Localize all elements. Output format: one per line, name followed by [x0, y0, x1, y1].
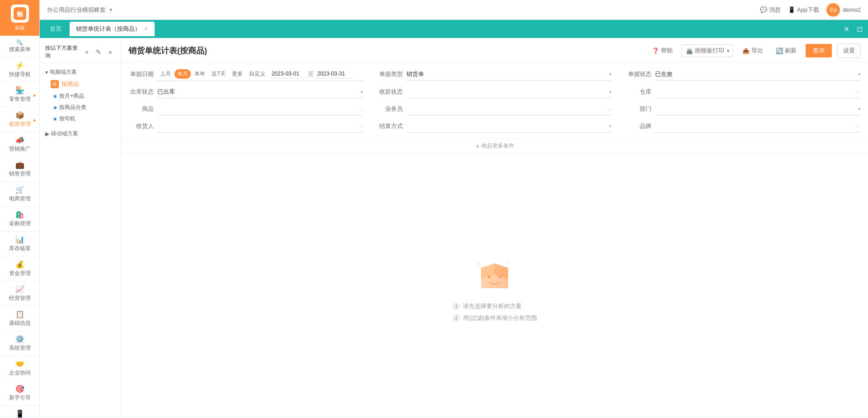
doc-type-field[interactable]: 销货单 ▾	[406, 68, 612, 81]
query-button[interactable]: 查询	[806, 44, 832, 57]
edit-scheme-button[interactable]: ✎	[94, 47, 104, 57]
tab-close-button[interactable]: ×	[143, 25, 148, 33]
out-status-label: 出库状态	[128, 88, 154, 96]
date-more-button[interactable]: 更多	[229, 69, 245, 79]
sidebar-item-wholesale[interactable]: 📦 批发管理 ▲	[0, 107, 39, 132]
sidebar-item-search[interactable]: 🔍 搜索菜单	[0, 36, 39, 57]
empty-state: ✦ ✦ ✦ 1 请先选择要分析的方案 2 用[过滤]条件来缩小分析范围	[121, 154, 868, 418]
tab-report-label: 销货单统计表（按商品）	[76, 25, 141, 33]
ecommerce-icon: 🛒	[15, 185, 24, 194]
collapse-panel-button[interactable]: «	[105, 47, 115, 57]
collapse-bar[interactable]: ∧ 收起更多条件	[121, 138, 868, 154]
avatar-text: Ea	[830, 7, 837, 13]
add-scheme-button[interactable]: +	[82, 47, 92, 57]
date-to-input[interactable]	[316, 70, 352, 78]
date-this-month-button[interactable]: 本月	[175, 69, 191, 79]
by-month-icon: ■	[53, 93, 57, 100]
sidebar-item-operations[interactable]: 📈 经营管理	[0, 281, 39, 306]
help-label: 帮助	[661, 47, 673, 55]
date-quick-buttons: 上月 本月 本年 近7天 更多 自定义	[157, 69, 268, 79]
sidebar-item-appcenter[interactable]: 📱 应用中心	[0, 406, 39, 418]
field-date: 单据日期 上月 本月 本年 近7天 更多 自定义 至	[128, 67, 363, 81]
industry-dropdown-icon[interactable]: ▾	[109, 6, 113, 13]
mobile-group-title[interactable]: ▶ 移动端方案	[40, 128, 121, 139]
tab-home[interactable]: 首页	[43, 22, 68, 36]
newbie-icon: 🎯	[15, 385, 24, 393]
date-this-year-button[interactable]: 本年	[192, 69, 208, 79]
sidebar-item-basic[interactable]: 📋 基础信息	[0, 306, 39, 331]
tab-report[interactable]: 销货单统计表（按商品） ×	[70, 22, 155, 36]
doc-status-field[interactable]: 已生效 ▾	[655, 68, 861, 81]
date-last-7days-button[interactable]: 近7天	[209, 69, 228, 79]
sidebar-item-newbie[interactable]: 🎯 新手引导	[0, 381, 39, 406]
payment-status-field[interactable]: ▾	[406, 86, 612, 98]
template-print-button[interactable]: 🖨️ 按模板打印 ▾	[682, 44, 733, 57]
date-last-month-button[interactable]: 上月	[157, 69, 174, 79]
sidebar-item-purchase[interactable]: 🛍️ 采购管理	[0, 207, 39, 232]
filter-item-by-printer[interactable]: ■ 按司机	[40, 113, 121, 124]
empty-step-2-text: 用[过滤]条件来缩小分析范围	[463, 314, 537, 322]
sidebar-ecommerce-label: 电商管理	[9, 195, 31, 203]
retail-icon: 🏪	[15, 86, 24, 95]
out-status-value: 已出库	[157, 88, 175, 96]
expand-dot-wholesale-icon: ▲	[32, 117, 37, 122]
sidebar-item-sales[interactable]: 💼 销售管理	[0, 157, 39, 182]
sidebar-item-enterprise[interactable]: 🤝 企业协同	[0, 356, 39, 381]
main-area: 办公用品行业模拟账套 ▾ 💬 消息 📱 App下载 Ea demo2 首页	[40, 0, 868, 418]
filter-item-by-month-product[interactable]: ■ 按月+商品	[40, 90, 121, 102]
export-button[interactable]: 📤 导出	[739, 45, 767, 57]
app-subtitle: 标版	[15, 24, 25, 31]
salesperson-field[interactable]: ···	[406, 103, 612, 115]
date-from-input[interactable]	[270, 70, 306, 78]
warehouse-field[interactable]: ···	[655, 86, 861, 98]
filter-item-by-product[interactable]: 按 按商品	[40, 78, 121, 90]
tab-close-window-button[interactable]: ✕	[842, 23, 851, 35]
filter-form: 单据日期 上月 本月 本年 近7天 更多 自定义 至	[121, 62, 868, 138]
field-product: 商品 ···	[128, 103, 363, 115]
user-profile[interactable]: Ea demo2	[826, 3, 861, 17]
brand-field[interactable]: ···	[655, 120, 861, 133]
sidebar-item-ecommerce[interactable]: 🛒 电商管理	[0, 182, 39, 207]
sidebar-item-finance[interactable]: 💰 资金管理	[0, 256, 39, 281]
department-label: 部门	[626, 105, 651, 113]
sidebar-system-label: 系统管理	[9, 344, 31, 352]
brand-more-icon: ···	[856, 123, 861, 129]
field-doc-type: 单据类型 销货单 ▾	[377, 68, 612, 81]
sales-icon: 💼	[15, 161, 24, 169]
settlement-field[interactable]: ▾	[406, 120, 612, 133]
warehouse-label: 仓库	[626, 88, 651, 96]
sidebar-wholesale-label: 批发管理	[9, 120, 31, 128]
doc-status-label: 单据状态	[626, 70, 651, 78]
date-separator: 至	[308, 70, 314, 78]
sidebar-item-retail[interactable]: 🏪 零售管理 ▲	[0, 82, 39, 107]
tabbar-actions: ✕ ⊡	[842, 23, 864, 35]
filter-item-by-category-label: 按商品分类	[59, 104, 86, 111]
department-field[interactable]: ▾	[655, 103, 861, 115]
pc-group: ▾ 电脑端方案 按 按商品 ■ 按月+商品 ■ 按商品分类 ■ 按司	[40, 65, 121, 126]
tab-home-label: 首页	[50, 25, 61, 33]
out-status-field[interactable]: 已出库 ▾	[157, 86, 363, 98]
pc-group-title[interactable]: ▾ 电脑端方案	[40, 66, 121, 78]
sidebar-enterprise-label: 企业协同	[9, 369, 31, 377]
marketing-icon: 📣	[15, 136, 24, 144]
sidebar-item-inventory[interactable]: 📊 库存核算	[0, 232, 39, 256]
help-button[interactable]: ❓ 帮助	[648, 45, 676, 57]
product-field[interactable]: ···	[157, 103, 363, 115]
template-print-arrow-icon: ▾	[727, 48, 729, 53]
svg-point-3	[488, 276, 491, 278]
sidebar-operations-label: 经营管理	[9, 294, 31, 302]
message-button[interactable]: 💬 消息	[760, 6, 781, 14]
date-custom-button[interactable]: 自定义	[246, 69, 268, 79]
add-icon: +	[85, 48, 89, 56]
filter-item-by-category[interactable]: ■ 按商品分类	[40, 102, 121, 113]
sidebar-search-label: 搜索菜单	[9, 46, 31, 53]
sidebar-item-system[interactable]: ⚙️ 系统管理	[0, 331, 39, 356]
tab-maximize-button[interactable]: ⊡	[855, 23, 864, 35]
settings-button[interactable]: 设置	[837, 43, 861, 58]
app-download-button[interactable]: 📱 App下载	[788, 6, 819, 14]
field-doc-status: 单据状态 已生效 ▾	[626, 68, 861, 81]
consignee-field[interactable]: ···	[157, 120, 363, 133]
sidebar-item-marketing[interactable]: 📣 营销推广	[0, 132, 39, 157]
refresh-button[interactable]: 🔄 刷新	[772, 45, 800, 57]
sidebar-item-quick[interactable]: ⚡ 快捷导航	[0, 57, 39, 82]
